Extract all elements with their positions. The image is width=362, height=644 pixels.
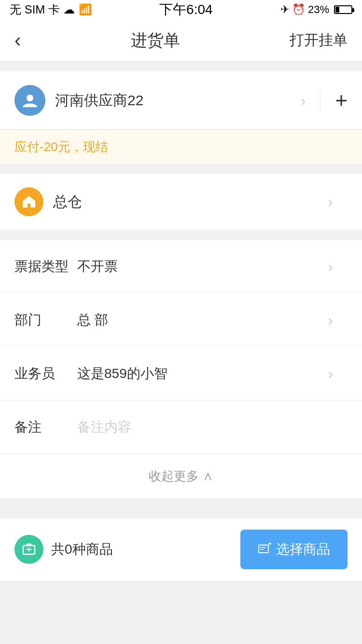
battery-percent: 23%	[308, 3, 329, 16]
section-gap-3	[0, 230, 362, 239]
salesperson-value: 这是859的小智	[77, 364, 328, 383]
invoice-type-chevron-icon: ›	[328, 258, 333, 276]
vertical-divider	[320, 90, 320, 111]
department-chevron-icon: ›	[328, 311, 333, 329]
supplier-row[interactable]: 河南供应商22 › +	[0, 71, 362, 130]
department-row[interactable]: 部门 总 部 ›	[0, 293, 362, 347]
warehouse-row[interactable]: 总仓 ›	[0, 174, 362, 230]
department-label: 部门	[14, 311, 77, 329]
supplier-name: 河南供应商22	[55, 91, 301, 111]
status-left: 无 SIM 卡 ☁ 📶	[10, 2, 92, 17]
alarm-icon: ⏰	[292, 3, 305, 16]
department-value: 总 部	[77, 311, 328, 329]
location-icon: ✈	[280, 3, 289, 16]
status-bar: 无 SIM 卡 ☁ 📶 下午6:04 ✈ ⏰ 23%	[0, 0, 362, 19]
salesperson-row[interactable]: 业务员 这是859的小智 ›	[0, 347, 362, 400]
notice-text: 应付-20元，现结	[14, 140, 108, 154]
collapse-row[interactable]: 收起更多 ∧	[0, 454, 362, 498]
battery-icon	[334, 5, 352, 14]
cart-icon	[21, 542, 37, 557]
remark-placeholder: 备注内容	[77, 418, 348, 436]
select-goods-icon	[258, 543, 271, 556]
invoice-type-label: 票据类型	[14, 257, 77, 276]
form-section: 票据类型 不开票 › 部门 总 部 › 业务员 这是859的小智 › 备注 备注…	[0, 239, 362, 498]
page-title: 进货单	[131, 29, 180, 52]
notice-bar: 应付-20元，现结	[0, 130, 362, 164]
user-icon	[21, 92, 39, 109]
nav-bar: ‹ 进货单 打开挂单	[0, 19, 362, 62]
invoice-type-row[interactable]: 票据类型 不开票 ›	[0, 239, 362, 293]
supplier-chevron-icon: ›	[301, 92, 306, 110]
bottom-bar: 共0种商品 选择商品	[0, 518, 362, 581]
back-button[interactable]: ‹	[14, 29, 21, 51]
svg-rect-4	[259, 545, 268, 553]
salesperson-chevron-icon: ›	[328, 365, 333, 383]
supplier-avatar	[14, 85, 45, 116]
warehouse-name: 总仓	[53, 192, 328, 212]
status-time: 下午6:04	[159, 0, 213, 19]
remark-row[interactable]: 备注 备注内容	[0, 400, 362, 454]
sim-label: 无 SIM 卡 ☁	[10, 2, 75, 17]
warehouse-icon-circle	[14, 187, 43, 216]
section-gap-1	[0, 62, 362, 71]
svg-point-0	[27, 95, 33, 101]
warehouse-chevron-icon: ›	[328, 193, 333, 211]
invoice-type-value: 不开票	[77, 257, 328, 276]
add-supplier-button[interactable]: +	[335, 90, 348, 111]
collapse-label: 收起更多 ∧	[149, 468, 213, 485]
goods-count-wrap: 共0种商品	[14, 535, 113, 564]
status-right: ✈ ⏰ 23%	[280, 3, 352, 16]
goods-icon-circle	[14, 535, 43, 564]
select-goods-button[interactable]: 选择商品	[240, 530, 348, 569]
goods-count-text: 共0种商品	[51, 540, 113, 559]
wifi-icon: 📶	[79, 3, 92, 16]
salesperson-label: 业务员	[14, 364, 77, 383]
remark-label: 备注	[14, 418, 77, 436]
select-goods-label: 选择商品	[276, 540, 330, 559]
section-gap-4	[0, 498, 362, 508]
open-pending-button[interactable]: 打开挂单	[290, 30, 348, 50]
warehouse-icon	[21, 194, 37, 210]
section-gap-2	[0, 164, 362, 174]
supplier-section: 河南供应商22 › + 应付-20元，现结	[0, 71, 362, 164]
warehouse-section: 总仓 ›	[0, 174, 362, 230]
